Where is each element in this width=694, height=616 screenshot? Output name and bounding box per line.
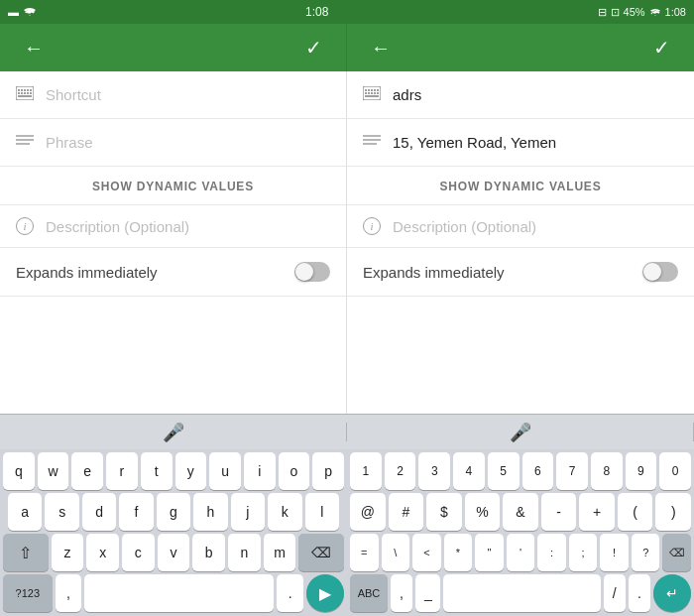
key-semicolon[interactable]: ; — [569, 534, 598, 571]
key-plus[interactable]: + — [579, 493, 615, 531]
key-5[interactable]: 5 — [488, 452, 520, 490]
space-key-left[interactable] — [84, 574, 274, 612]
back-button-left[interactable]: ← — [16, 29, 52, 67]
phrase-icon-right — [363, 134, 381, 152]
key-minus[interactable]: - — [541, 493, 577, 531]
shortcut-placeholder-left: Shortcut — [46, 86, 101, 103]
key-4[interactable]: 4 — [453, 452, 485, 490]
show-dynamic-left[interactable]: SHOW DYNAMIC VALUES — [0, 167, 346, 205]
mic-icon-left[interactable]: 🎤 — [163, 422, 184, 443]
key-star[interactable]: * — [444, 534, 473, 571]
key-9[interactable]: 9 — [626, 452, 657, 490]
key-n[interactable]: n — [228, 534, 261, 571]
key-h[interactable]: h — [193, 493, 227, 531]
key-3[interactable]: 3 — [418, 452, 450, 490]
key-8[interactable]: 8 — [591, 452, 623, 490]
key-y[interactable]: y — [175, 452, 207, 490]
key-apostrophe[interactable]: ' — [507, 534, 535, 571]
shift-key[interactable]: ⇧ — [3, 534, 49, 571]
svg-rect-11 — [18, 95, 32, 97]
expands-toggle-right[interactable] — [642, 262, 678, 282]
key-at[interactable]: @ — [350, 493, 386, 531]
key-b[interactable]: b — [192, 534, 225, 571]
expands-row-right: Expands immediately — [347, 248, 694, 297]
svg-rect-18 — [371, 89, 373, 91]
key-exclaim[interactable]: ! — [600, 534, 629, 571]
key-k[interactable]: k — [268, 493, 301, 531]
comma-key-left[interactable]: , — [56, 574, 82, 612]
key-a[interactable]: a — [8, 493, 42, 531]
phrase-value-right: 15, Yemen Road, Yemen — [393, 134, 556, 151]
svg-rect-19 — [374, 89, 376, 91]
key-openparen[interactable]: ( — [618, 493, 653, 531]
left-panel: Shortcut Phrase SHOW DYNAMIC VALUES i De… — [0, 71, 347, 414]
back-button-right[interactable]: ← — [363, 29, 399, 67]
key-m[interactable]: m — [264, 534, 296, 571]
key-j[interactable]: j — [231, 493, 265, 531]
check-button-left[interactable]: ✓ — [297, 28, 330, 67]
right-row-2: @ # $ % & - + ( ) — [347, 490, 694, 531]
expands-toggle-left[interactable] — [294, 262, 330, 282]
key-t[interactable]: t — [141, 452, 173, 490]
comma-key-right[interactable]: , — [391, 574, 412, 612]
key-o[interactable]: o — [279, 452, 310, 490]
key-r[interactable]: r — [106, 452, 138, 490]
space-key-right[interactable] — [443, 574, 600, 612]
key-x[interactable]: x — [86, 534, 119, 571]
key-equals[interactable]: = — [350, 534, 379, 571]
period-key-left[interactable]: . — [277, 574, 303, 612]
key-lt[interactable]: < — [412, 534, 441, 571]
left-row-1: q w e r t y u i o p — [0, 449, 347, 490]
key-s[interactable]: s — [45, 493, 78, 531]
slash-key[interactable]: / — [604, 574, 626, 612]
key-1[interactable]: 1 — [350, 452, 382, 490]
key-g[interactable]: g — [157, 493, 190, 531]
key-i[interactable]: i — [244, 452, 276, 490]
key-question[interactable]: ? — [632, 534, 660, 571]
key-ampersand[interactable]: & — [503, 493, 538, 531]
key-quote[interactable]: " — [475, 534, 504, 571]
key-z[interactable]: z — [52, 534, 84, 571]
key-c[interactable]: c — [122, 534, 155, 571]
description-field-left[interactable]: i Description (Optional) — [0, 205, 346, 248]
svg-rect-10 — [30, 92, 32, 94]
enter-key[interactable]: ↵ — [653, 574, 691, 612]
key-d[interactable]: d — [82, 493, 116, 531]
description-field-right[interactable]: i Description (Optional) — [347, 205, 694, 248]
key-6[interactable]: 6 — [522, 452, 554, 490]
svg-rect-4 — [27, 89, 29, 91]
key-colon[interactable]: : — [537, 534, 566, 571]
backspace-key-left[interactable]: ⌫ — [298, 534, 344, 571]
key-0[interactable]: 0 — [659, 452, 691, 490]
abc-key[interactable]: ABC — [350, 574, 388, 612]
svg-rect-23 — [371, 92, 373, 94]
backspace-key-right[interactable]: ⌫ — [662, 534, 691, 571]
key-backslash[interactable]: \ — [382, 534, 410, 571]
time-right: 1:08 — [665, 6, 686, 18]
phrase-field-left[interactable]: Phrase — [0, 119, 346, 167]
key-l[interactable]: l — [305, 493, 339, 531]
period-key-right[interactable]: . — [629, 574, 650, 612]
key-v[interactable]: v — [158, 534, 190, 571]
key-hash[interactable]: # — [389, 493, 424, 531]
shortcut-field-left[interactable]: Shortcut — [0, 71, 346, 119]
key-w[interactable]: w — [38, 452, 69, 490]
underscore-key[interactable]: _ — [415, 574, 440, 612]
key-percent[interactable]: % — [465, 493, 501, 531]
phrase-field-right[interactable]: 15, Yemen Road, Yemen — [347, 119, 694, 167]
key-f[interactable]: f — [119, 493, 153, 531]
key-p[interactable]: p — [312, 452, 344, 490]
key-7[interactable]: 7 — [556, 452, 588, 490]
show-dynamic-right[interactable]: SHOW DYNAMIC VALUES — [347, 167, 694, 205]
shortcut-field-right[interactable]: adrs — [347, 71, 694, 119]
symbols-key-left[interactable]: ?123 — [3, 574, 53, 612]
key-dollar[interactable]: $ — [426, 493, 462, 531]
key-closeparen[interactable]: ) — [655, 493, 691, 531]
key-q[interactable]: q — [3, 452, 35, 490]
key-2[interactable]: 2 — [385, 452, 416, 490]
check-button-right[interactable]: ✓ — [645, 28, 678, 67]
mic-icon-right[interactable]: 🎤 — [510, 422, 531, 443]
key-u[interactable]: u — [209, 452, 241, 490]
send-key[interactable]: ▶ — [306, 574, 344, 612]
key-e[interactable]: e — [71, 452, 103, 490]
